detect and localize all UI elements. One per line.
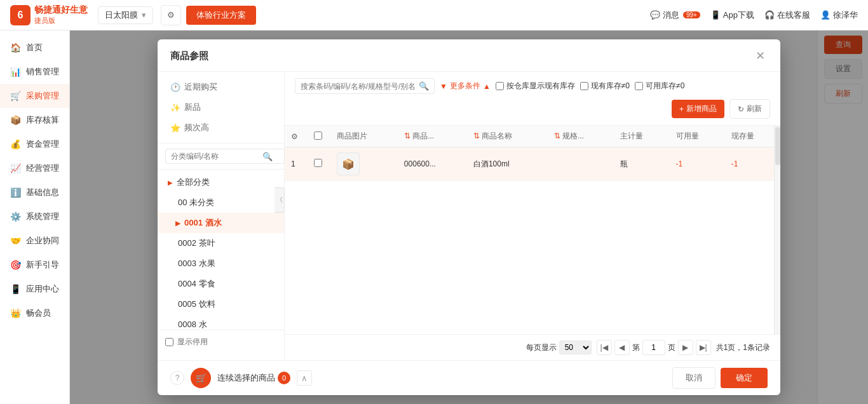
select-all-checkbox[interactable] (314, 131, 322, 140)
frequent-btn[interactable]: ⭐ 频次高 (165, 119, 276, 137)
category-uncategorized[interactable]: 00 未分类 (158, 192, 284, 213)
page-prefix-label: 第 (632, 342, 640, 353)
table-row[interactable]: 1 📦 000600... (285, 147, 780, 181)
available-neq0-filter-label[interactable]: 现有库存≠0 (580, 81, 630, 91)
table-refresh-button[interactable]: ↻ 刷新 (729, 99, 770, 119)
sidebar-item-operations[interactable]: 📈 经营管理 (0, 156, 69, 180)
cat-tea-label: 0002 茶叶 (178, 238, 215, 249)
usable-neq0-text: 可用库存≠0 (646, 81, 684, 91)
app-download-button[interactable]: 📱 App下载 (710, 10, 754, 21)
sidebar-item-sales[interactable]: 📊 销售管理 (0, 60, 69, 84)
usable-neq0-checkbox[interactable] (635, 82, 643, 90)
next-page-button[interactable]: ▶ (678, 340, 693, 355)
category-fruit[interactable]: 0003 水果 (158, 253, 284, 274)
column-settings-icon[interactable]: ⚙ (291, 132, 298, 141)
available-neq0-checkbox[interactable] (580, 82, 588, 90)
sidebar-item-member[interactable]: 👑 畅会员 (0, 301, 69, 325)
modal-footer: ? 🛒 连续选择的商品 0 ∧ 取消 确定 (158, 360, 780, 395)
cat-liquor-label: 0001 酒水 (184, 217, 222, 229)
product-search-input[interactable] (301, 82, 416, 91)
search-submit-icon[interactable]: 🔍 (419, 81, 429, 91)
nav-right: 💬 消息 99+ 📱 App下载 🎧 在线客服 👤 徐泽华 (650, 10, 858, 21)
category-beverages[interactable]: 0005 饮料 (158, 294, 284, 314)
cancel-button[interactable]: 取消 (672, 367, 715, 389)
footer-collapse-button[interactable]: ∧ (297, 370, 312, 386)
new-product-btn[interactable]: ✨ 新品 (165, 98, 276, 116)
recent-purchase-btn[interactable]: 🕐 近期购买 (165, 78, 276, 96)
basic-info-icon: ℹ️ (10, 187, 21, 198)
sidebar-item-purchase[interactable]: 🛒 采购管理 (0, 84, 69, 108)
per-page-select[interactable]: 50 100 200 (559, 340, 592, 354)
sidebar-item-basic-info[interactable]: ℹ️ 基础信息 (0, 180, 69, 205)
th-product-name[interactable]: ⇅ 商品名称 (467, 126, 548, 147)
online-service-button[interactable]: 🎧 在线客服 (764, 10, 810, 21)
cart-icon-button[interactable]: 🛒 (191, 368, 211, 388)
category-all[interactable]: ▶ 全部分类 (158, 172, 284, 192)
th-unit: 主计量 (614, 126, 669, 147)
show-disabled-label[interactable]: 显示停用 (165, 337, 276, 347)
per-page-label: 每页显示 (526, 342, 557, 353)
pagination: 每页显示 50 100 200 |◀ ◀ 第 (285, 334, 780, 360)
nav-selector[interactable]: 日太阳膜 ▾ (98, 6, 153, 24)
table-scrollbar[interactable] (774, 126, 780, 334)
confirm-button[interactable]: 确定 (721, 368, 768, 388)
modal-body: 🕐 近期购买 ✨ 新品 ⭐ 频次高 (158, 72, 780, 360)
sidebar-item-basic-info-label: 基础信息 (26, 187, 59, 198)
notifications-label: 消息 (663, 10, 679, 21)
sidebar-item-inventory-label: 库存核算 (26, 114, 59, 126)
sidebar-item-sales-label: 销售管理 (26, 66, 59, 77)
category-snacks[interactable]: 0004 零食 (158, 274, 284, 294)
trial-button[interactable]: 体验行业方案 (186, 6, 256, 25)
category-search-icon[interactable]: 🔍 (262, 152, 273, 161)
sidebar-item-inventory[interactable]: 📦 库存核算 (0, 108, 69, 132)
sidebar-item-purchase-label: 采购管理 (26, 90, 59, 102)
category-water[interactable]: 0008 水 (158, 314, 284, 330)
continuous-select-info: 连续选择的商品 0 (217, 372, 290, 384)
more-filters-button[interactable]: ▼ 更多条件 ▲ (440, 81, 491, 91)
th-stock: 现存量 (725, 126, 780, 147)
gear-button[interactable]: ⚙ (161, 5, 181, 25)
total-info: 共1页，1条记录 (716, 342, 770, 353)
add-product-button[interactable]: + 新增商品 (672, 100, 724, 118)
th-product-code[interactable]: ⇅ 商品... (398, 126, 467, 147)
last-page-button[interactable]: ▶| (696, 340, 711, 355)
modal-close-button[interactable]: ✕ (752, 48, 768, 64)
product-table-container: ⚙ 商品图片 (285, 126, 780, 334)
sidebar-item-apps[interactable]: 📱 应用中心 (0, 277, 69, 301)
sidebar-item-finance[interactable]: 💰 资金管理 (0, 132, 69, 156)
row-checkbox[interactable] (314, 159, 322, 167)
sidebar-item-home[interactable]: 🏠 首页 (0, 36, 69, 60)
show-disabled-checkbox[interactable] (165, 338, 173, 346)
operations-icon: 📈 (10, 163, 21, 173)
warehouse-filter-checkbox[interactable] (496, 82, 504, 90)
active-arrow-icon: ▶ (175, 220, 180, 227)
username-label: 徐泽华 (833, 10, 858, 21)
footer-right: 取消 确定 (672, 367, 768, 389)
first-page-button[interactable]: |◀ (597, 340, 612, 355)
add-icon: + (679, 105, 684, 114)
warehouse-filter-label[interactable]: 按仓库显示现有库存 (496, 81, 575, 91)
category-footer: 显示停用 (158, 330, 284, 354)
user-avatar-icon: 👤 (820, 10, 831, 20)
prev-page-button[interactable]: ◀ (614, 340, 630, 355)
sidebar-item-enterprise[interactable]: 🤝 企业协同 (0, 229, 69, 253)
cell-available: -1 (670, 147, 725, 181)
user-menu[interactable]: 👤 徐泽华 (820, 10, 858, 21)
help-icon-button[interactable]: ? (170, 371, 184, 385)
filter-up-icon: ▲ (483, 82, 491, 91)
cat-uncategorized-label: 00 未分类 (178, 197, 214, 208)
product-table: ⚙ 商品图片 (285, 126, 780, 181)
sidebar-item-system[interactable]: ⚙️ 系统管理 (0, 205, 69, 229)
sidebar-item-apps-label: 应用中心 (26, 283, 59, 295)
usable-neq0-filter-label[interactable]: 可用库存≠0 (635, 81, 684, 91)
category-tea[interactable]: 0002 茶叶 (158, 233, 284, 253)
sidebar-item-guide[interactable]: 🎯 新手引导 (0, 253, 69, 277)
category-liquor[interactable]: ▶ 0001 酒水 (158, 213, 284, 233)
cell-image: 📦 (330, 147, 398, 181)
th-spec[interactable]: ⇅ 规格... (548, 126, 614, 147)
add-product-label: 新增商品 (686, 104, 717, 114)
collapse-panel-button[interactable]: 《 (275, 187, 285, 213)
page-number-input[interactable] (642, 340, 665, 355)
notifications-button[interactable]: 💬 消息 99+ (650, 10, 700, 21)
cell-checkbox[interactable] (308, 147, 330, 181)
